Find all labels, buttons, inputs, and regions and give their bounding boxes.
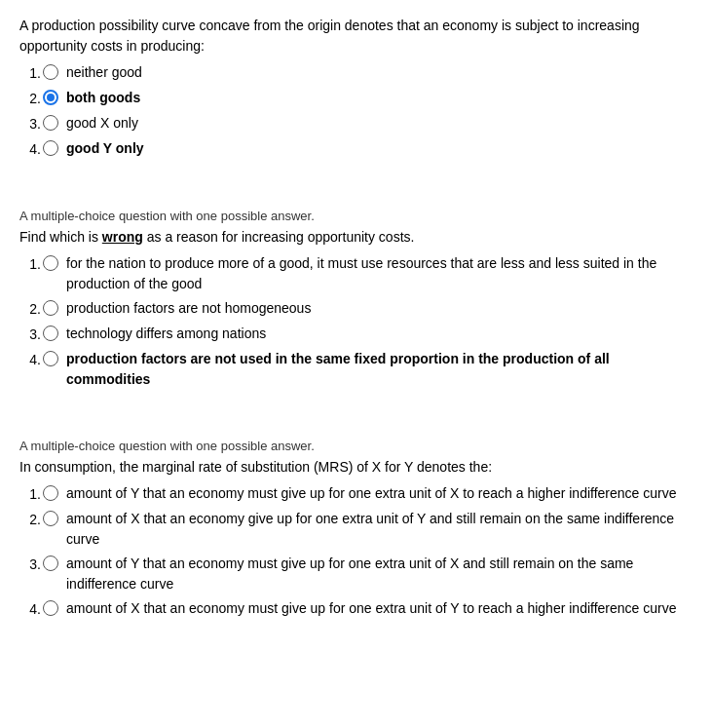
q1-option-2[interactable]: 2. both goods bbox=[19, 88, 693, 109]
q1-option-3-text: good X only bbox=[66, 113, 693, 134]
q2-option-4-text: production factors are not used in the s… bbox=[66, 349, 693, 390]
q1-radio-4[interactable] bbox=[43, 140, 58, 156]
q3-option-3-text: amount of Y that an economy must give up… bbox=[66, 554, 693, 594]
q3-option-2[interactable]: 2. amount of X that an economy give up f… bbox=[19, 509, 693, 550]
q1-option-3[interactable]: 3. good X only bbox=[19, 113, 693, 134]
q2-option-2[interactable]: 2. production factors are not homogeneou… bbox=[19, 298, 693, 320]
q2-option-1-text: for the nation to produce more of a good… bbox=[66, 253, 693, 294]
q3-radio-3[interactable] bbox=[43, 556, 58, 571]
q2-options: 1. for the nation to produce more of a g… bbox=[19, 253, 693, 390]
q1-option-4-text: good Y only bbox=[66, 138, 693, 159]
question-3: A multiple-choice question with one poss… bbox=[19, 439, 693, 620]
q3-intro: In consumption, the marginal rate of sub… bbox=[19, 457, 693, 478]
q1-intro: A production possibility curve concave f… bbox=[19, 16, 693, 57]
q2-option-3[interactable]: 3. technology differs among nations bbox=[19, 324, 693, 345]
q3-option-4-number: 4. bbox=[19, 598, 41, 620]
q3-option-3[interactable]: 3. amount of Y that an economy must give… bbox=[19, 554, 693, 594]
q3-option-4[interactable]: 4. amount of X that an economy must give… bbox=[19, 598, 693, 620]
q3-radio-4[interactable] bbox=[43, 600, 58, 616]
q3-option-2-number: 2. bbox=[19, 509, 41, 530]
question-2: A multiple-choice question with one poss… bbox=[19, 209, 693, 390]
q1-option-4-number: 4. bbox=[19, 138, 41, 160]
question-1: A production possibility curve concave f… bbox=[19, 16, 693, 160]
q2-option-1[interactable]: 1. for the nation to produce more of a g… bbox=[19, 253, 693, 294]
q3-option-1-text: amount of Y that an economy must give up… bbox=[66, 483, 693, 504]
q1-radio-3[interactable] bbox=[43, 115, 58, 131]
q1-options: 1. neither good 2. both goods 3. good X … bbox=[19, 62, 693, 160]
q2-radio-3[interactable] bbox=[43, 326, 58, 341]
q3-option-4-text: amount of X that an economy must give up… bbox=[66, 598, 693, 619]
q1-option-2-text: both goods bbox=[66, 88, 693, 108]
q3-meta: A multiple-choice question with one poss… bbox=[19, 439, 693, 453]
q2-meta: A multiple-choice question with one poss… bbox=[19, 209, 693, 223]
q3-option-1[interactable]: 1. amount of Y that an economy must give… bbox=[19, 483, 693, 505]
q1-option-1-text: neither good bbox=[66, 62, 693, 83]
q3-option-1-number: 1. bbox=[19, 483, 41, 505]
q2-intro: Find which is wrong as a reason for incr… bbox=[19, 227, 693, 248]
q3-option-2-text: amount of X that an economy give up for … bbox=[66, 509, 693, 550]
q2-option-3-number: 3. bbox=[19, 324, 41, 345]
q1-option-1-number: 1. bbox=[19, 62, 41, 84]
q2-radio-1[interactable] bbox=[43, 255, 58, 271]
q2-option-3-text: technology differs among nations bbox=[66, 324, 693, 344]
q3-options: 1. amount of Y that an economy must give… bbox=[19, 483, 693, 620]
q2-option-2-text: production factors are not homogeneous bbox=[66, 298, 693, 319]
q1-option-1[interactable]: 1. neither good bbox=[19, 62, 693, 84]
q2-option-1-number: 1. bbox=[19, 253, 41, 275]
q2-radio-2[interactable] bbox=[43, 300, 58, 316]
q1-option-4[interactable]: 4. good Y only bbox=[19, 138, 693, 160]
q1-radio-1[interactable] bbox=[43, 64, 58, 80]
q2-option-4-number: 4. bbox=[19, 349, 41, 370]
q3-radio-2[interactable] bbox=[43, 511, 58, 526]
q1-option-2-number: 2. bbox=[19, 88, 41, 109]
q1-radio-2[interactable] bbox=[43, 90, 58, 105]
q2-option-4[interactable]: 4. production factors are not used in th… bbox=[19, 349, 693, 390]
q3-radio-1[interactable] bbox=[43, 485, 58, 501]
q2-option-2-number: 2. bbox=[19, 298, 41, 320]
q2-underline-word: wrong bbox=[102, 229, 143, 245]
q1-option-3-number: 3. bbox=[19, 113, 41, 134]
q3-option-3-number: 3. bbox=[19, 554, 41, 575]
q2-radio-4[interactable] bbox=[43, 351, 58, 366]
